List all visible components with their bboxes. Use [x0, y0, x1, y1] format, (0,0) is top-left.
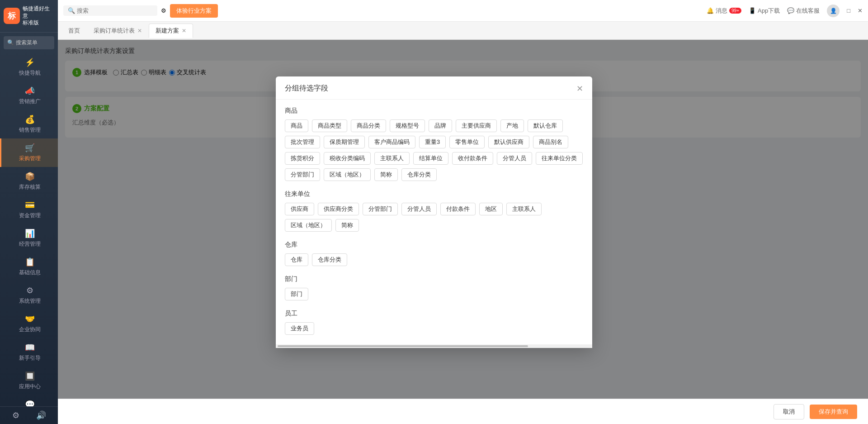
- field-tag-仓库[interactable]: 仓库: [285, 253, 308, 266]
- field-tag-默认仓库[interactable]: 默认仓库: [528, 119, 563, 132]
- field-group-counterpart: 往来单位供应商供应商分类分管部门分管人员付款条件地区主联系人区域（地区）简称: [285, 190, 583, 232]
- field-group-employee: 员工业务员: [285, 310, 583, 335]
- modal-scrollbar-thumb: [278, 345, 528, 347]
- field-tags-employee: 业务员: [285, 322, 583, 335]
- field-tags-department: 部门: [285, 288, 583, 300]
- field-tag-重量3[interactable]: 重量3: [419, 136, 446, 148]
- field-tag-供应商分类[interactable]: 供应商分类: [318, 203, 359, 215]
- field-select-modal: 分组待选字段 ✕ 商品商品商品类型商品分类规格型号品牌主要供应商产地默认仓库批次…: [276, 76, 592, 348]
- field-tag-客户商品编码[interactable]: 客户商品编码: [368, 136, 415, 148]
- field-group-title-department: 部门: [285, 275, 583, 283]
- modal-body: 商品商品商品类型商品分类规格型号品牌主要供应商产地默认仓库批次管理保质期管理客户…: [276, 100, 592, 344]
- field-tag-业务员[interactable]: 业务员: [285, 322, 314, 335]
- field-tag-规格型号[interactable]: 规格型号: [390, 119, 425, 132]
- field-tag-仓库分类[interactable]: 仓库分类: [312, 253, 347, 266]
- field-tag-产地[interactable]: 产地: [500, 119, 524, 132]
- field-tag-收付款条件[interactable]: 收付款条件: [452, 152, 493, 165]
- field-tag-部门[interactable]: 部门: [285, 288, 308, 300]
- field-tag-分管部门[interactable]: 分管部门: [285, 168, 320, 181]
- field-tag-商品分类[interactable]: 商品分类: [351, 119, 386, 132]
- field-group-title-warehouse: 仓库: [285, 241, 583, 249]
- field-tag-分管人员[interactable]: 分管人员: [497, 152, 532, 165]
- field-tags-warehouse: 仓库仓库分类: [285, 253, 583, 266]
- modal-header: 分组待选字段 ✕: [276, 76, 592, 100]
- field-tag-仓库分类[interactable]: 仓库分类: [401, 168, 437, 181]
- field-tag-主联系人[interactable]: 主联系人: [506, 203, 542, 215]
- field-tag-主联系人[interactable]: 主联系人: [374, 152, 410, 165]
- field-tags-product: 商品商品类型商品分类规格型号品牌主要供应商产地默认仓库批次管理保质期管理客户商品…: [285, 119, 583, 181]
- field-group-title-counterpart: 往来单位: [285, 190, 583, 198]
- field-tag-区域（地区）[interactable]: 区域（地区）: [324, 168, 371, 181]
- field-tag-品牌[interactable]: 品牌: [429, 119, 452, 132]
- field-tag-往来单位分类[interactable]: 往来单位分类: [536, 152, 583, 165]
- field-tag-零售单位[interactable]: 零售单位: [449, 136, 485, 148]
- field-tag-保质期管理[interactable]: 保质期管理: [324, 136, 365, 148]
- field-group-product: 商品商品商品类型商品分类规格型号品牌主要供应商产地默认仓库批次管理保质期管理客户…: [285, 107, 583, 181]
- modal-scrollbar[interactable]: [276, 344, 592, 348]
- field-tag-简称[interactable]: 简称: [374, 168, 398, 181]
- field-tag-区域（地区）[interactable]: 区域（地区）: [285, 219, 332, 232]
- field-group-department: 部门部门: [285, 275, 583, 300]
- field-tag-税收分类编码[interactable]: 税收分类编码: [324, 152, 371, 165]
- field-tag-分管人员[interactable]: 分管人员: [401, 203, 437, 215]
- field-tag-拣货积分[interactable]: 拣货积分: [285, 152, 320, 165]
- field-tag-商品别名[interactable]: 商品别名: [533, 136, 568, 148]
- field-tag-简称[interactable]: 简称: [335, 219, 359, 232]
- field-tag-供应商[interactable]: 供应商: [285, 203, 314, 215]
- modal-close-button[interactable]: ✕: [576, 84, 583, 94]
- field-tag-默认供应商[interactable]: 默认供应商: [488, 136, 529, 148]
- field-tag-付款条件[interactable]: 付款条件: [440, 203, 476, 215]
- field-tags-counterpart: 供应商供应商分类分管部门分管人员付款条件地区主联系人区域（地区）简称: [285, 203, 583, 232]
- field-group-warehouse: 仓库仓库仓库分类: [285, 241, 583, 266]
- modal-title: 分组待选字段: [285, 84, 328, 93]
- field-tag-地区[interactable]: 地区: [479, 203, 503, 215]
- field-tag-商品[interactable]: 商品: [285, 119, 308, 132]
- field-tag-主要供应商[interactable]: 主要供应商: [456, 119, 497, 132]
- field-tag-商品类型[interactable]: 商品类型: [312, 119, 347, 132]
- field-tag-分管部门[interactable]: 分管部门: [363, 203, 398, 215]
- field-group-title-product: 商品: [285, 107, 583, 115]
- field-tag-结算单位[interactable]: 结算单位: [413, 152, 448, 165]
- field-group-title-employee: 员工: [285, 310, 583, 318]
- field-tag-批次管理[interactable]: 批次管理: [285, 136, 320, 148]
- modal-wrapper: 分组待选字段 ✕ 商品商品商品类型商品分类规格型号品牌主要供应商产地默认仓库批次…: [0, 0, 868, 424]
